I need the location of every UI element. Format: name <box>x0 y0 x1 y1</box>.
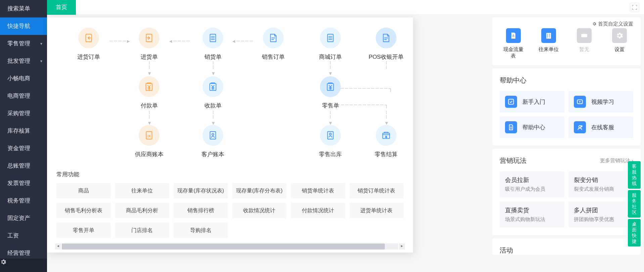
flow-node-n7[interactable]: 收款单 <box>193 76 233 109</box>
svg-rect-17 <box>547 35 548 36</box>
gear-icon <box>612 28 627 43</box>
common-btn-9[interactable]: 收款情况统计 <box>232 203 287 218</box>
arrow-icon: ◂┄┄┄┄ <box>169 38 191 45</box>
scroll-right-icon[interactable]: ▸ <box>399 243 405 250</box>
sidebar-item-13[interactable]: 工资 <box>0 227 47 244</box>
flow-node-n4[interactable]: 商城订单 <box>310 28 351 61</box>
sidebar-item-8[interactable]: 资金管理 <box>0 140 47 157</box>
yen-icon <box>139 76 159 97</box>
svg-rect-16 <box>549 34 550 35</box>
homepage-custom-settings-link[interactable]: 首页自定义设置 <box>592 21 633 27</box>
activity-card: 活动 <box>492 238 641 255</box>
flow-node-n9[interactable]: 供供应商账本 <box>129 125 169 158</box>
flow-label: 销售订单 <box>253 53 293 61</box>
flow-node-n10[interactable]: 客户账本 <box>193 125 233 158</box>
flow-node-n6[interactable]: 付款单 <box>129 76 169 109</box>
flow-node-n8[interactable]: 零售单 <box>310 76 351 109</box>
shortcut-0[interactable]: 现金流量表 <box>503 28 524 59</box>
common-btn-8[interactable]: 销售排行榜 <box>174 203 228 218</box>
list-icon <box>320 28 341 48</box>
placeholder-icon <box>577 28 592 43</box>
sidebar: 搜索菜单快捷导航零售管理▾批发管理▾小畅电商电商管理采购管理库存核算资金管理总账… <box>0 0 47 272</box>
flow-label: 销货单 <box>193 53 233 61</box>
doc-corner-icon <box>263 28 284 48</box>
common-btn-1[interactable]: 往来单位 <box>115 183 170 198</box>
marketing-title: 营销玩法 <box>500 156 526 165</box>
marketing-cell-1[interactable]: 裂变分销裂变式发展分销商 <box>568 171 633 197</box>
activity-title: 活动 <box>500 246 513 255</box>
sidebar-item-2[interactable]: 零售管理▾ <box>0 35 47 52</box>
sidebar-item-9[interactable]: 总账管理 <box>0 157 47 175</box>
doc-icon <box>505 121 517 133</box>
sidebar-item-11[interactable]: 税务管理 <box>0 192 47 210</box>
common-btn-10[interactable]: 付款情况统计 <box>291 203 345 218</box>
flow-label: 零售出库 <box>310 150 351 158</box>
common-btn-6[interactable]: 销售毛利分析表 <box>56 203 111 218</box>
flow-node-n0[interactable]: 进货订单 <box>68 28 109 61</box>
marketing-cell-3[interactable]: 多人拼团拼团购物享受优惠 <box>568 201 633 228</box>
edge-pill-0[interactable]: 客服热线 <box>628 161 641 189</box>
common-btn-0[interactable]: 商品 <box>56 183 111 198</box>
sidebar-item-10[interactable]: 发票管理 <box>0 175 47 192</box>
common-btn-12[interactable]: 零售开单 <box>56 223 111 238</box>
gear-icon <box>592 21 597 26</box>
tab-home[interactable]: 首页 <box>47 0 76 15</box>
scroll-left-icon[interactable]: ◂ <box>55 243 61 250</box>
fullscreen-icon[interactable] <box>630 3 639 12</box>
edge-pill-2[interactable]: 桌面快捷 <box>628 219 641 246</box>
svg-rect-18 <box>549 35 550 36</box>
common-btn-4[interactable]: 销货单统计表 <box>291 183 345 198</box>
common-functions-title: 常用功能 <box>56 171 408 178</box>
flow-node-n2[interactable]: 销货单 <box>193 28 233 61</box>
sidebar-item-5[interactable]: 电商管理 <box>0 87 47 105</box>
edge-pill-1[interactable]: 服务社区 <box>628 190 641 218</box>
sidebar-item-3[interactable]: 批发管理▾ <box>0 52 47 70</box>
common-btn-7[interactable]: 商品毛利分析 <box>115 203 170 218</box>
shortcut-label: 暂无 <box>573 46 595 53</box>
sidebar-footer-settings[interactable] <box>0 259 47 272</box>
shortcut-row: 首页自定义设置 现金流量表往来单位暂无设置 <box>492 17 641 65</box>
svg-point-10 <box>212 133 214 135</box>
svg-rect-14 <box>546 33 551 39</box>
sidebar-item-1[interactable]: 快捷导航 <box>0 17 47 35</box>
shortcut-3[interactable]: 设置 <box>609 28 630 59</box>
flow-node-n5[interactable]: POS收银开单 <box>366 28 406 61</box>
scroll-thumb[interactable] <box>62 243 385 250</box>
marketing-cell-2[interactable]: 直播卖货场景式购物新玩法 <box>500 201 564 228</box>
shortcut-1[interactable]: 往来单位 <box>538 28 559 59</box>
flow-label: 客户账本 <box>193 150 233 158</box>
flow-label: 商城订单 <box>310 53 351 61</box>
shortcut-label: 往来单位 <box>538 46 559 53</box>
flow-node-n1[interactable]: 进货单 <box>129 28 169 61</box>
common-btn-3[interactable]: 现存量(库存分布表) <box>232 183 287 198</box>
scroll-track[interactable] <box>62 243 398 250</box>
flow-node-n3[interactable]: 销售订单 <box>253 28 293 61</box>
help-cell-3[interactable]: 在线客服 <box>568 117 633 138</box>
common-btn-2[interactable]: 现存量(库存状况表) <box>174 183 228 198</box>
help-cell-1[interactable]: 视频学习 <box>568 91 633 112</box>
help-label: 帮助中心 <box>522 124 545 131</box>
help-cell-0[interactable]: 新手入门 <box>500 91 564 112</box>
sidebar-item-4[interactable]: 小畅电商 <box>0 70 47 87</box>
flow-label: 零售单 <box>310 102 351 109</box>
flow-label: 付款单 <box>129 102 169 109</box>
customer-icon <box>202 125 223 146</box>
sidebar-item-6[interactable]: 采购管理 <box>0 105 47 122</box>
help-cell-2[interactable]: 帮助中心 <box>500 117 564 138</box>
sidebar-item-12[interactable]: 固定资产 <box>0 210 47 227</box>
common-btn-11[interactable]: 进货单统计表 <box>350 203 404 218</box>
horizontal-scrollbar[interactable]: ◂ ▸ <box>52 243 408 250</box>
flow-node-n11[interactable]: 零售出库 <box>310 125 351 158</box>
marketing-title: 会员拉新 <box>505 176 559 184</box>
common-btn-5[interactable]: 销货订单统计表 <box>350 183 404 198</box>
common-btn-14[interactable]: 导购排名 <box>174 223 228 238</box>
chevron-down-icon: ▾ <box>40 52 42 70</box>
sidebar-item-7[interactable]: 库存核算 <box>0 122 47 140</box>
common-btn-13[interactable]: 门店排名 <box>115 223 170 238</box>
marketing-cell-0[interactable]: 会员拉新吸引用户成为会员 <box>500 171 564 197</box>
flow-node-n12[interactable]: 零售结算 <box>366 125 406 158</box>
sidebar-item-0[interactable]: 搜索菜单 <box>0 0 47 17</box>
play-icon <box>574 96 586 108</box>
yen-icon <box>202 76 223 97</box>
help-label: 视频学习 <box>591 98 614 106</box>
